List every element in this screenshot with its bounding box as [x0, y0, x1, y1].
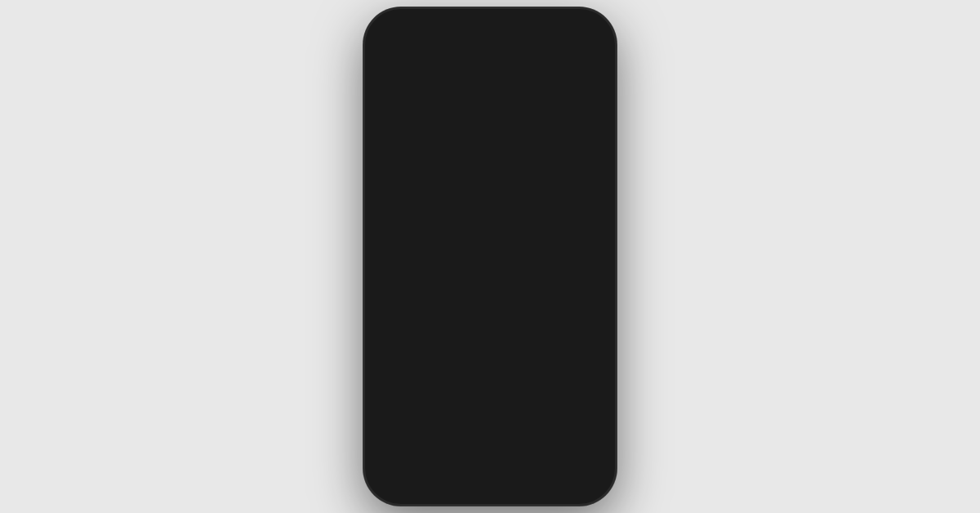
menu-item-reply[interactable]: Reply — [386, 322, 594, 364]
context-menu: Reply Undo Send Edit — [386, 322, 594, 487]
bg-bubble-3 — [372, 16, 437, 33]
reaction-thumbs-down[interactable] — [468, 169, 492, 194]
reaction-thumbs-up[interactable] — [432, 169, 457, 194]
undo-send-label: Undo Send — [401, 377, 462, 391]
menu-item-copy[interactable]: Copy — [386, 446, 594, 487]
dynamic-island — [453, 27, 527, 50]
copy-label: Copy — [401, 460, 430, 474]
reply-label: Reply — [401, 336, 432, 350]
svg-line-0 — [576, 417, 578, 420]
undo-send-icon — [564, 375, 579, 393]
edit-label: Edit — [401, 418, 422, 432]
bg-bubble-4 — [501, 136, 595, 159]
edit-icon — [565, 417, 579, 434]
message-text: Hi lamb chop, it's only been an hour and… — [399, 215, 565, 262]
reaction-bar: ♥ HAHA !! ? — [386, 161, 594, 203]
message-bubble: Hi lamb chop, it's only been an hour and… — [386, 202, 594, 276]
svg-rect-1 — [570, 463, 578, 471]
reply-icon — [564, 333, 579, 351]
copy-icon — [564, 457, 579, 475]
reaction-haha[interactable]: HAHA — [504, 172, 522, 193]
reaction-exclamation[interactable]: !! — [533, 172, 550, 192]
menu-item-edit[interactable]: Edit — [386, 405, 594, 446]
reaction-question[interactable]: ? — [561, 171, 577, 193]
phone-wrapper: ♥ HAHA !! ? Hi lamb chop, it's only bee — [363, 7, 617, 506]
phone-screen: ♥ HAHA !! ? Hi lamb chop, it's only bee — [372, 16, 608, 497]
menu-item-undo-send[interactable]: Undo Send — [386, 364, 594, 405]
bg-bubble-2 — [514, 68, 595, 91]
reaction-heart[interactable]: ♥ — [403, 170, 421, 194]
